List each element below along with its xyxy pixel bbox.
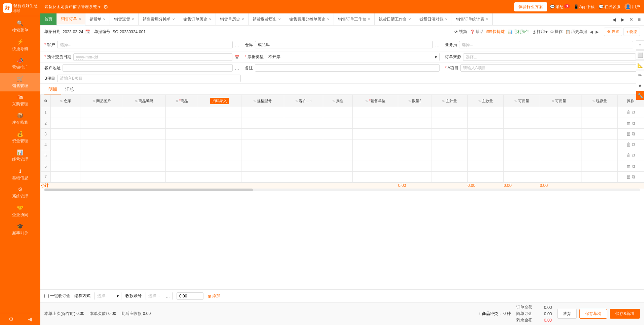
tab-close-icon[interactable]: ✕ xyxy=(209,17,212,21)
tab-销售订单历史[interactable]: 销售订单历史✕ xyxy=(179,13,216,26)
shortcut-link[interactable]: ⌨ 快捷键 xyxy=(486,29,505,35)
row-delete-btn[interactable]: 🗑 xyxy=(626,153,631,158)
salesperson-input[interactable] xyxy=(459,41,633,48)
tab-close-icon[interactable]: ✕ xyxy=(327,17,330,21)
delivery-date-icon[interactable]: 📅 xyxy=(234,55,239,59)
row-delete-btn[interactable]: 🗑 xyxy=(626,163,631,169)
warehouse-input[interactable] xyxy=(255,41,433,48)
float-btn-6[interactable]: 🔧 xyxy=(636,91,644,100)
tab-销货单历史[interactable]: 销货单历史✕ xyxy=(216,13,249,26)
tab-close-icon[interactable]: ✕ xyxy=(103,17,106,21)
customer-input[interactable] xyxy=(57,41,233,48)
tab-首页[interactable]: 首页 xyxy=(40,13,57,26)
print-link[interactable]: 🖨 打印▾ xyxy=(532,29,547,35)
tab-close-icon[interactable]: ✕ xyxy=(172,17,175,21)
b-project-input[interactable] xyxy=(57,75,241,82)
sidebar-item-快捷导航[interactable]: ⚡快捷导航 xyxy=(0,36,40,54)
system-settings-icon[interactable]: ⚙ xyxy=(103,4,108,10)
tab-钱货日清对账[interactable]: 钱货日清对账✕ xyxy=(415,13,452,26)
settings-btn[interactable]: ⚙ 设置 xyxy=(604,28,622,36)
float-btn-3[interactable]: 📐 xyxy=(636,60,644,70)
operation-link[interactable]: ⚙ 操作 xyxy=(550,29,563,35)
tab-close-icon[interactable]: ✕ xyxy=(131,17,134,21)
collapse-icon[interactable]: ◀ xyxy=(28,316,32,322)
invoice-dropdown-icon[interactable]: ▾ xyxy=(435,55,437,59)
address-input[interactable] xyxy=(63,64,233,72)
row-copy-btn[interactable]: ⧉ xyxy=(632,120,635,126)
save-new-btn[interactable]: 保存&新增 xyxy=(610,309,640,319)
row-delete-btn[interactable]: 🗑 xyxy=(626,120,631,126)
note-input[interactable] xyxy=(255,64,440,72)
discard-btn[interactable]: 放弃 xyxy=(557,309,577,319)
tab-销售费用分摊单[interactable]: 销售费用分摊单✕ xyxy=(139,13,179,26)
tab-close-icon[interactable]: ✕ xyxy=(368,17,370,21)
prev-record-btn[interactable]: ◀ xyxy=(590,30,593,34)
row-copy-btn[interactable]: ⧉ xyxy=(632,110,635,115)
app-download-link[interactable]: 📱 App下载 xyxy=(574,4,595,10)
sidebar-item-库存核算[interactable]: 📦库存核算 xyxy=(0,110,40,128)
tab-summary[interactable]: 汇总 xyxy=(61,85,78,94)
profit-link[interactable]: 📊 毛利预估 xyxy=(507,29,529,35)
float-btn-2[interactable]: ⬜ xyxy=(636,50,644,60)
row-copy-btn[interactable]: ⧉ xyxy=(632,153,635,158)
settings-icon[interactable]: ⚙ xyxy=(9,316,13,322)
sidebar-item-基础信息[interactable]: ℹ基础信息 xyxy=(0,165,40,184)
sidebar-item-采购管理[interactable]: 🛍采购管理 xyxy=(0,91,40,110)
sidebar-item-新手引导[interactable]: 🎓新手引导 xyxy=(0,220,40,239)
row-delete-btn[interactable]: 🗑 xyxy=(626,110,631,115)
tab-close-icon[interactable]: ✕ xyxy=(78,17,81,21)
help-link[interactable]: ❓ 帮助 xyxy=(470,29,484,35)
bank-more-icon[interactable]: … xyxy=(166,294,170,298)
row-copy-btn[interactable]: ⧉ xyxy=(632,163,635,169)
tab-销售订单统计表[interactable]: 销售订单统计表✕ xyxy=(452,13,493,26)
warehouse-more-icon[interactable]: … xyxy=(435,42,440,47)
customer-more-icon[interactable]: … xyxy=(235,42,239,47)
col-settings[interactable]: ⚙ xyxy=(41,95,51,107)
sidebar-item-企业协同[interactable]: 🤝企业协同 xyxy=(0,202,40,220)
order-source-input[interactable] xyxy=(463,53,636,61)
tab-close-icon[interactable]: ✕ xyxy=(408,17,411,21)
messages-link[interactable]: 💬 消息 9 xyxy=(550,4,570,10)
row-delete-btn[interactable]: 🗑 xyxy=(626,142,631,147)
tab-销售费用分摊单历史[interactable]: 销售费用分摊单历史✕ xyxy=(285,13,334,26)
next-record-btn[interactable]: ▶ xyxy=(596,30,599,34)
tab-销售订单工作台[interactable]: 销售订单工作台✕ xyxy=(334,13,375,26)
tab-next-btn[interactable]: ▶ xyxy=(619,16,627,23)
payment-dropdown-icon[interactable]: ▾ xyxy=(117,294,119,298)
checkout-checkbox-input[interactable] xyxy=(44,294,49,298)
tab-close-icon[interactable]: ✕ xyxy=(278,17,281,21)
row-delete-btn[interactable]: 🗑 xyxy=(626,131,631,136)
video-link[interactable]: 👁 视频 xyxy=(454,29,467,35)
tab-detail[interactable]: 明细 xyxy=(44,85,61,94)
one-click-checkout-checkbox[interactable]: 一键收订金 xyxy=(44,293,70,299)
table-scrollbar[interactable] xyxy=(44,189,640,191)
history-link[interactable]: 📋 历史单据 xyxy=(565,29,587,35)
row-copy-btn[interactable]: ⧉ xyxy=(632,142,635,147)
add-btn[interactable]: ⊕ 添加 xyxy=(207,293,220,299)
user-avatar[interactable]: 👤 用户 xyxy=(624,3,640,10)
sidebar-item-经营管理[interactable]: 📊经营管理 xyxy=(0,147,40,165)
industry-btn[interactable]: 体验行业方案 xyxy=(514,2,547,11)
delivery-date-input[interactable] xyxy=(73,53,232,61)
sidebar-item-营销推广[interactable]: 📣营销推广 xyxy=(0,54,40,73)
a-project-input[interactable] xyxy=(460,64,640,72)
float-btn-4[interactable]: ✏ xyxy=(636,71,644,80)
save-draft-btn[interactable]: 保存草稿 xyxy=(579,309,607,319)
tab-close-icon[interactable]: ✕ xyxy=(241,17,244,21)
tab-销售订单[interactable]: 销售订单✕ xyxy=(57,13,85,26)
tab-销货退货[interactable]: 销货退货✕ xyxy=(110,13,139,26)
tab-prev-btn[interactable]: ◀ xyxy=(610,16,618,23)
amount-input[interactable] xyxy=(177,292,203,300)
online-service-link[interactable]: 💬 在线客服 xyxy=(599,4,620,10)
sidebar-item-系统管理[interactable]: ⚙系统管理 xyxy=(0,184,40,202)
row-copy-btn[interactable]: ⧉ xyxy=(632,131,635,136)
sidebar-item-资金管理[interactable]: 💰资金管理 xyxy=(0,128,40,147)
tab-钱货日清工作台[interactable]: 钱货日清工作台✕ xyxy=(375,13,415,26)
float-btn-1[interactable]: ≡ xyxy=(636,40,644,50)
sidebar-item-销售管理[interactable]: 🛒销售管理 xyxy=(0,73,40,91)
system-dropdown-icon[interactable]: ▾ xyxy=(98,4,101,9)
row-delete-btn[interactable]: 🗑 xyxy=(626,174,631,179)
date-picker-icon[interactable]: 📅 xyxy=(85,30,90,34)
tab-close-icon[interactable]: ✕ xyxy=(445,17,448,21)
float-btn-5[interactable]: ★ xyxy=(636,81,644,90)
